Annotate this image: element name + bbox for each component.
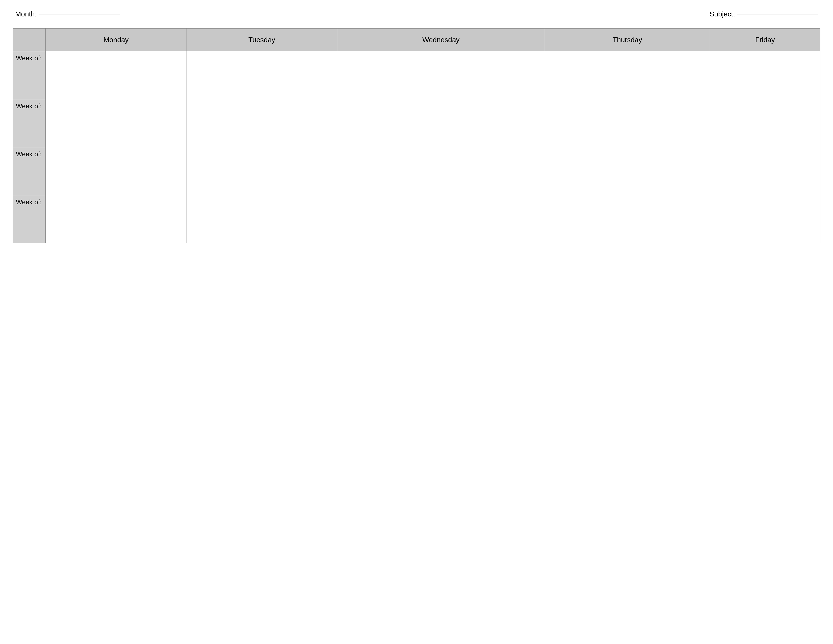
calendar-body: Week of:Week of:Week of:Week of: <box>13 51 820 243</box>
month-input-underline[interactable] <box>39 14 120 14</box>
tuesday-cell-row1[interactable] <box>187 51 337 99</box>
tuesday-cell-row3[interactable] <box>187 147 337 195</box>
month-label: Month: <box>15 10 37 18</box>
wednesday-cell-row1[interactable] <box>337 51 545 99</box>
friday-cell-row2[interactable] <box>710 99 820 147</box>
wednesday-cell-row4[interactable] <box>337 195 545 243</box>
thursday-cell-row1[interactable] <box>545 51 710 99</box>
week-label-cell: Week of: <box>13 147 46 195</box>
friday-cell-row3[interactable] <box>710 147 820 195</box>
header-row: Monday Tuesday Wednesday Thursday Friday <box>13 29 820 51</box>
thursday-cell-row3[interactable] <box>545 147 710 195</box>
thursday-header: Thursday <box>545 29 710 51</box>
friday-cell-row4[interactable] <box>710 195 820 243</box>
monday-cell-row3[interactable] <box>46 147 187 195</box>
subject-input-underline[interactable] <box>737 14 818 14</box>
table-row: Week of: <box>13 195 820 243</box>
month-field[interactable]: Month: <box>15 10 120 18</box>
thursday-cell-row2[interactable] <box>545 99 710 147</box>
wednesday-header: Wednesday <box>337 29 545 51</box>
tuesday-cell-row2[interactable] <box>187 99 337 147</box>
table-row: Week of: <box>13 99 820 147</box>
monday-cell-row4[interactable] <box>46 195 187 243</box>
week-label-cell: Week of: <box>13 51 46 99</box>
monday-cell-row2[interactable] <box>46 99 187 147</box>
page-header: Month: Subject: <box>13 10 820 18</box>
friday-cell-row1[interactable] <box>710 51 820 99</box>
tuesday-header: Tuesday <box>187 29 337 51</box>
wednesday-cell-row3[interactable] <box>337 147 545 195</box>
table-row: Week of: <box>13 147 820 195</box>
weekly-calendar-table: Monday Tuesday Wednesday Thursday Friday… <box>13 28 820 243</box>
week-label-cell: Week of: <box>13 195 46 243</box>
friday-header: Friday <box>710 29 820 51</box>
monday-header: Monday <box>46 29 187 51</box>
subject-label: Subject: <box>709 10 735 18</box>
tuesday-cell-row4[interactable] <box>187 195 337 243</box>
thursday-cell-row4[interactable] <box>545 195 710 243</box>
empty-header-cell <box>13 29 46 51</box>
table-row: Week of: <box>13 51 820 99</box>
week-label-cell: Week of: <box>13 99 46 147</box>
monday-cell-row1[interactable] <box>46 51 187 99</box>
subject-field[interactable]: Subject: <box>709 10 818 18</box>
wednesday-cell-row2[interactable] <box>337 99 545 147</box>
